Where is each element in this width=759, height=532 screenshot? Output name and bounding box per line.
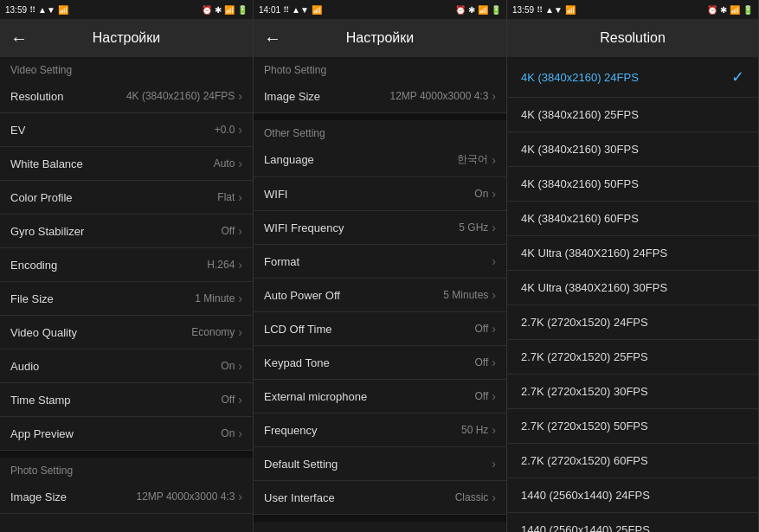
setting-label: Image Size [264, 90, 320, 103]
resolution-option[interactable]: 1440 (2560x1440) 25FPS [507, 513, 758, 532]
resolution-option[interactable]: 4K (3840x2160) 30FPS [507, 132, 758, 167]
setting-row[interactable]: Time Stamp Off › [0, 383, 253, 417]
divider [254, 515, 506, 522]
wifi-icon-3: 📶 [565, 5, 576, 15]
setting-row[interactable]: Format › [254, 245, 506, 279]
resolution-option[interactable]: 2.7K (2720x1520) 24FPS [507, 305, 758, 340]
setting-value: › [492, 457, 496, 471]
resolution-label: 2.7K (2720x1520) 24FPS [521, 316, 648, 329]
setting-row[interactable]: App Preview On › [0, 417, 253, 451]
chevron-icon: › [492, 490, 496, 504]
resolution-option[interactable]: 4K (3840x2160) 25FPS [507, 98, 758, 132]
resolution-label: 1440 (2560x1440) 24FPS [521, 489, 650, 502]
chevron-icon: › [492, 153, 496, 167]
value-text: +0.0 [215, 124, 235, 136]
setting-label: Language [264, 153, 314, 166]
resolution-label: 4K (3840x2160) 25FPS [521, 108, 639, 121]
setting-row[interactable]: Language 한국어 › [254, 143, 506, 177]
setting-row[interactable]: Video Quality Economy › [0, 316, 253, 349]
setting-value: Flat › [217, 190, 242, 204]
setting-row[interactable]: Frequency 50 Hz › [254, 413, 506, 447]
setting-row[interactable]: Image Size 12MP 4000x3000 4:3 › [0, 480, 253, 514]
resolution-option[interactable]: 2.7K (2720x1520) 30FPS [507, 375, 758, 409]
setting-value: 한국어 › [457, 152, 496, 167]
wifi-icon-2: 📶 [312, 5, 322, 15]
wifi-icon-r: 📶 [224, 5, 235, 15]
setting-label: Auto Power Off [264, 289, 340, 302]
setting-value: Off › [222, 393, 242, 407]
video-settings-list: Resolution 4K (3840x2160) 24FPS › EV +0.… [0, 80, 253, 451]
back-button-1[interactable]: ← [10, 29, 28, 48]
resolution-label: 2.7K (2720x1520) 50FPS [521, 420, 648, 433]
resolution-option[interactable]: 4K Ultra (3840X2160) 24FPS [507, 236, 758, 271]
header-3: Resolution [507, 19, 758, 57]
wifi-icon-r2: 📶 [478, 5, 488, 15]
battery-icon-3: 🔋 [743, 5, 753, 15]
setting-row[interactable]: Auto Power Off 5 Minutes › [254, 279, 506, 312]
value-text: H.264 [207, 259, 235, 271]
settings-content-1: Video Setting Resolution 4K (3840x2160) … [0, 57, 253, 532]
setting-label: Color Profile [10, 191, 73, 204]
resolution-option[interactable]: 2.7K (2720x1520) 50FPS [507, 409, 758, 444]
status-bar-2: 14:01 ⠿ ▲▼ 📶 ⏰ ✱ 📶 🔋 [254, 0, 506, 19]
alarm-icon: ⏰ [202, 5, 212, 15]
setting-row[interactable]: User Interface Classic › [254, 481, 506, 515]
resolution-option[interactable]: 2.7K (2720x1520) 25FPS [507, 340, 758, 375]
setting-row[interactable]: White Balance Auto › [0, 147, 253, 181]
value-text: 5 GHz [459, 221, 488, 234]
setting-row[interactable]: Color Profile Flat › [0, 181, 253, 215]
setting-row[interactable]: Default Setting › [254, 447, 506, 481]
battery-icon-2: 🔋 [491, 5, 501, 15]
setting-row[interactable]: Resolution 4K (3840x2160) 24FPS › [0, 80, 253, 113]
value-text: On [221, 427, 235, 439]
time-1: 13:59 [5, 5, 27, 15]
resolution-options: 4K (3840x2160) 24FPS ✓ 4K (3840x2160) 25… [507, 57, 758, 532]
time-3: 13:59 [512, 5, 534, 15]
setting-row[interactable]: WIFI On › [254, 177, 506, 211]
setting-row[interactable]: Gyro Stabilizer Off › [0, 215, 253, 248]
header-1: ← Настройки [0, 19, 253, 57]
status-left-3: 13:59 ⠿ ▲▼ 📶 [512, 5, 576, 15]
resolution-label: 2.7K (2720x1520) 30FPS [521, 385, 648, 398]
resolution-option[interactable]: 4K Ultra (3840X2160) 30FPS [507, 271, 758, 305]
value-text: On [474, 188, 488, 200]
value-text: 5 Minutes [443, 289, 488, 301]
setting-row[interactable]: File Size 1 Minute › [0, 282, 253, 316]
resolution-option[interactable]: 4K (3840x2160) 60FPS [507, 202, 758, 236]
setting-row[interactable]: EV +0.0 › [0, 113, 253, 147]
settings-content-2: Photo Setting Image Size 12MP 4000x3000 … [254, 57, 506, 532]
setting-value: +0.0 › [215, 123, 242, 137]
chevron-icon: › [238, 157, 242, 170]
resolution-option[interactable]: 1440 (2560x1440) 24FPS [507, 478, 758, 513]
setting-row[interactable]: External microphone Off › [254, 380, 506, 413]
setting-row[interactable]: WIFI Frequency 5 GHz › [254, 211, 506, 245]
setting-row[interactable]: Image Size 12MP 4000x3000 4:3 › [254, 80, 506, 113]
setting-row[interactable]: Audio On › [0, 349, 253, 383]
value-text: 1 Minute [195, 292, 235, 304]
value-text: Economy [191, 326, 235, 338]
check-icon: ✓ [731, 67, 744, 87]
setting-value: Off › [475, 356, 496, 369]
setting-row[interactable]: Keypad Tone Off › [254, 346, 506, 380]
setting-value: 1 Minute › [195, 292, 242, 305]
section-label: Photo Setting [254, 57, 506, 80]
bt-icon-3: ✱ [720, 5, 727, 15]
setting-value: 12MP 4000x3000 4:3 › [136, 490, 242, 503]
setting-label: Time Stamp [10, 394, 71, 407]
divider-1 [0, 451, 253, 458]
resolution-option[interactable]: 4K (3840x2160) 24FPS ✓ [507, 57, 758, 98]
resolution-label: 1440 (2560x1440) 25FPS [521, 523, 650, 532]
setting-row[interactable]: LCD Off Time Off › [254, 312, 506, 346]
resolution-label: 4K Ultra (3840X2160) 30FPS [521, 281, 667, 294]
value-text: 4K (3840x2160) 24FPS [126, 90, 235, 102]
header-title-2: Настройки [292, 30, 468, 46]
setting-value: 12MP 4000x3000 4:3 › [389, 89, 496, 103]
resolution-option[interactable]: 2.7K (2720x1520) 60FPS [507, 444, 758, 478]
resolution-option[interactable]: 4K (3840x2160) 50FPS [507, 167, 758, 202]
resolution-label: 2.7K (2720x1520) 60FPS [521, 454, 648, 467]
network-icon-3: ▲▼ [545, 5, 563, 15]
status-left-1: 13:59 ⠿ ▲▼ 📶 [5, 5, 68, 15]
setting-label: White Balance [10, 157, 83, 170]
back-button-2[interactable]: ← [264, 29, 281, 48]
setting-row[interactable]: Encoding H.264 › [0, 248, 253, 282]
